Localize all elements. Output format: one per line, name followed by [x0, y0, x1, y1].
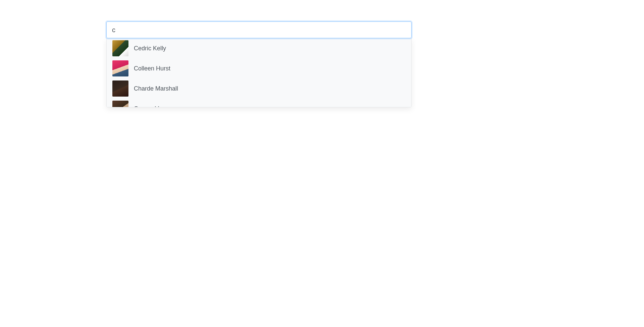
autocomplete-dropdown[interactable]: Cedric Kelly Colleen Hurst Charde Marsha… [106, 38, 412, 107]
autocomplete-option[interactable]: Caesar Vance [107, 99, 411, 107]
search-input[interactable] [106, 21, 412, 38]
avatar [112, 101, 128, 107]
person-name: Caesar Vance [134, 105, 172, 108]
person-name: Charde Marshall [134, 85, 178, 92]
person-name: Cedric Kelly [134, 45, 166, 52]
autocomplete-container: Cedric Kelly Colleen Hurst Charde Marsha… [106, 21, 412, 107]
autocomplete-option[interactable]: Charde Marshall [107, 78, 411, 99]
autocomplete-option[interactable]: Cedric Kelly [107, 38, 411, 58]
avatar [112, 80, 128, 97]
avatar [112, 60, 128, 76]
autocomplete-option[interactable]: Colleen Hurst [107, 58, 411, 78]
person-name: Colleen Hurst [134, 65, 170, 72]
avatar [112, 40, 128, 56]
